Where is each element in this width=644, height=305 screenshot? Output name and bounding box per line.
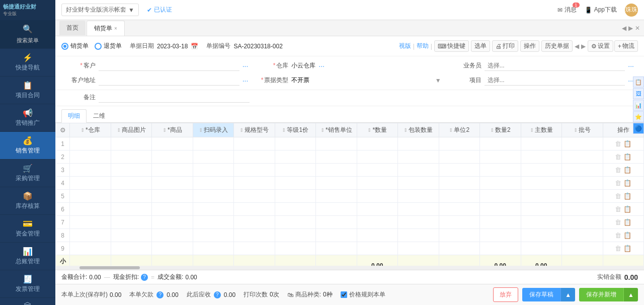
copy-icon[interactable]: 📋 — [622, 192, 632, 200]
cell[interactable] — [316, 216, 357, 229]
delete-icon[interactable]: 🗑 — [614, 153, 622, 161]
cell[interactable] — [193, 137, 234, 150]
cell[interactable] — [234, 150, 275, 164]
cell[interactable] — [70, 137, 111, 150]
cell[interactable] — [275, 216, 316, 229]
cell[interactable] — [193, 150, 234, 164]
sidebar-item-quick[interactable]: ⚡ 快捷导航 — [0, 49, 55, 77]
customer-address-input[interactable] — [99, 75, 239, 86]
sidebar-item-marketing[interactable]: 📢 营销推广 — [0, 104, 55, 132]
cell[interactable] — [316, 190, 357, 203]
cell[interactable] — [398, 137, 439, 150]
save-new-button[interactable]: 保存并新增 — [579, 288, 623, 301]
cell[interactable] — [357, 137, 398, 150]
cell[interactable] — [357, 242, 398, 255]
th-unit2[interactable]: ⇕单位2 — [439, 123, 480, 137]
cell[interactable] — [193, 203, 234, 216]
copy-icon[interactable]: 📋 — [622, 232, 632, 239]
table-wrap[interactable]: ⚙ ⇕*仓库 ⇕商品图片 ⇕*商品 ⇕扫码录入 ⇕规格型号 ⇕等级1价 ⇕*销售… — [55, 123, 644, 266]
cell[interactable] — [275, 203, 316, 216]
tab-2d[interactable]: 二维 — [87, 109, 112, 122]
cell[interactable] — [521, 177, 562, 190]
cell[interactable] — [480, 137, 521, 150]
cell[interactable] — [521, 164, 562, 177]
add-logistics-btn[interactable]: + 物流 — [614, 40, 638, 52]
radio-return-order[interactable]: 退货单 — [95, 42, 122, 50]
tab-home[interactable]: 首页 — [59, 21, 86, 35]
copy-icon[interactable]: 📋 — [622, 179, 632, 187]
th-batch-import[interactable]: ⇕扫码录入 — [193, 123, 234, 137]
help-btn[interactable]: 帮助 — [417, 42, 429, 50]
cell[interactable] — [480, 190, 521, 203]
cell[interactable] — [357, 164, 398, 177]
cell[interactable] — [111, 164, 152, 177]
cell[interactable] — [357, 229, 398, 242]
cell[interactable] — [234, 229, 275, 242]
cell[interactable] — [70, 216, 111, 229]
company-selector[interactable]: 好业财专业版演示帐套 ▼ — [61, 4, 139, 16]
cell[interactable] — [70, 177, 111, 190]
delete-icon[interactable]: 🗑 — [614, 166, 622, 174]
setup-btn[interactable]: ⚙ 设置 — [588, 40, 613, 52]
cell[interactable] — [70, 203, 111, 216]
abandon-button[interactable]: 放弃 — [493, 287, 518, 302]
cell[interactable] — [521, 137, 562, 150]
cell[interactable] — [439, 190, 480, 203]
delete-icon[interactable]: 🗑 — [614, 218, 622, 226]
address-dots[interactable]: ··· — [243, 77, 249, 85]
price-check-item[interactable]: 价格规则本单 — [341, 290, 385, 299]
cell[interactable] — [275, 229, 316, 242]
cell[interactable] — [193, 190, 234, 203]
view-btn[interactable]: 视版 — [399, 42, 411, 50]
copy-icon[interactable]: 📋 — [622, 218, 632, 226]
cell[interactable] — [193, 177, 234, 190]
cell[interactable] — [521, 229, 562, 242]
cell[interactable] — [316, 229, 357, 242]
th-sales-unit[interactable]: ⇕*销售单位 — [316, 123, 357, 137]
app-download-button[interactable]: 📱 App下载 — [585, 6, 617, 14]
cell[interactable] — [562, 150, 603, 164]
cell[interactable] — [111, 216, 152, 229]
cell[interactable] — [275, 164, 316, 177]
tab-close-icon[interactable]: × — [114, 26, 117, 31]
cell[interactable] — [275, 137, 316, 150]
print-btn[interactable]: 🖨 打印 — [492, 40, 518, 52]
cell[interactable] — [439, 164, 480, 177]
nav-prev-icon[interactable]: ◀ — [575, 43, 579, 50]
tab-prev-icon[interactable]: ◀ — [622, 25, 626, 32]
cell[interactable] — [111, 203, 152, 216]
cell[interactable] — [234, 216, 275, 229]
cell[interactable] — [70, 242, 111, 255]
cell[interactable] — [562, 177, 603, 190]
sidebar-item-project[interactable]: 📋 项目合同 — [0, 77, 55, 104]
cell[interactable] — [70, 164, 111, 177]
calendar-icon[interactable]: 📅 — [191, 43, 198, 50]
invoice-type-select[interactable]: 不开票 ▼ — [291, 76, 441, 85]
th-warehouse[interactable]: ⇕*仓库 — [70, 123, 111, 137]
cell[interactable] — [398, 190, 439, 203]
cell[interactable] — [111, 150, 152, 164]
th-grade-price[interactable]: ⇕等级1价 — [275, 123, 316, 137]
cell[interactable] — [316, 164, 357, 177]
cell[interactable] — [480, 177, 521, 190]
cell[interactable] — [562, 190, 603, 203]
cell[interactable] — [193, 216, 234, 229]
cell[interactable] — [357, 216, 398, 229]
save-new-arrow[interactable]: ▲ — [623, 288, 638, 301]
copy-icon[interactable]: 📋 — [622, 140, 632, 147]
cell[interactable] — [439, 216, 480, 229]
cell[interactable] — [398, 229, 439, 242]
help-icon[interactable]: ? — [141, 274, 148, 281]
rp-btn-1[interactable]: 📋 — [633, 77, 644, 88]
save-draft-button[interactable]: 保存草稿 — [522, 288, 560, 301]
copy-icon[interactable]: 📋 — [622, 153, 632, 161]
message-button[interactable]: ✉ 消息 1 — [557, 6, 577, 14]
cell[interactable] — [439, 229, 480, 242]
cell[interactable] — [275, 150, 316, 164]
cell[interactable] — [357, 150, 398, 164]
cell[interactable] — [521, 242, 562, 255]
cell[interactable] — [275, 242, 316, 255]
th-batch[interactable]: ⇕批号 — [562, 123, 603, 137]
delete-icon[interactable]: 🗑 — [614, 179, 622, 187]
cell[interactable] — [398, 150, 439, 164]
